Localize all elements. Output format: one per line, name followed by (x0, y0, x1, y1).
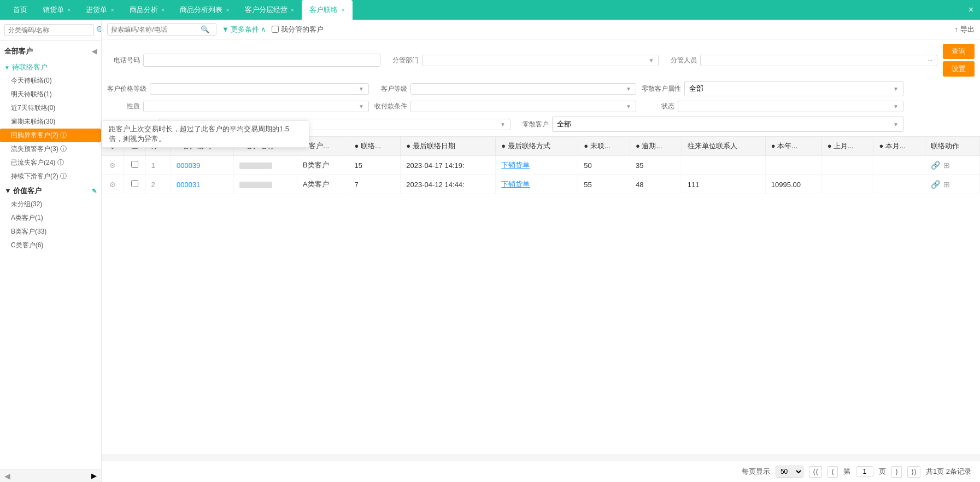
payment-terms-label: 收付款条件 (374, 102, 407, 111)
branch-person-select[interactable]: ··· (700, 55, 937, 66)
col-last-method-header[interactable]: ● 最后联络方式 (496, 137, 578, 156)
page-input[interactable] (856, 466, 873, 477)
col-overdue-header[interactable]: ● 逾期... (630, 137, 682, 156)
payment-terms-select[interactable]: ▼ (410, 101, 636, 112)
sidebar-item-today-contact[interactable]: 今天待联络(0) (0, 74, 101, 88)
customer-level-select[interactable]: ▼ (410, 83, 636, 95)
horizontal-scrollbar[interactable] (102, 454, 980, 461)
col-last-month-header[interactable]: ● 上月... (821, 137, 873, 156)
query-button[interactable]: 查询 (943, 44, 975, 59)
per-page-select[interactable]: 50 100 200 (776, 466, 803, 478)
col-this-year-header[interactable]: ● 本年... (765, 137, 821, 156)
retail-attr-label: 零散客户属性 (642, 84, 681, 94)
sidebar-bottom-right-icon[interactable]: ▶ (91, 472, 97, 480)
close-icon[interactable]: × (291, 7, 294, 13)
row-checkbox[interactable] (131, 161, 138, 168)
page-suffix-label: 页 (879, 467, 886, 477)
main-layout: 🔍 全部客户 ◀ ▼ 待联络客户 今天待联络(0) 明天待联络(1) 近7天待联… (0, 20, 980, 482)
more-conditions-toggle[interactable]: ▼ 更多条件 ∧ (222, 25, 266, 34)
nav-customer-segmentation[interactable]: 客户分层经营 × (237, 0, 302, 20)
close-icon[interactable]: × (67, 7, 71, 13)
link-icon[interactable]: 🔗 (931, 161, 940, 170)
sidebar-item-week-contact[interactable]: 近7天待联络(0) (0, 101, 101, 115)
sidebar-item-b-customers[interactable]: B类客户(33) (0, 225, 101, 239)
retail-attr-select[interactable]: 全部 ▼ (684, 81, 903, 96)
sidebar-bottom-icon[interactable]: ◀ (4, 472, 10, 480)
my-customers-check[interactable] (272, 26, 279, 33)
close-icon[interactable]: × (341, 7, 344, 13)
gear-cell[interactable]: ⚙ (102, 156, 124, 175)
sidebar-item-lost-customers[interactable]: 已流失客户(24) ⓘ (0, 156, 101, 170)
nav-product-analysis[interactable]: 商品分析 × (122, 0, 172, 20)
next-page-button[interactable]: ⟩ (891, 466, 902, 478)
sidebar-item-declining[interactable]: 持续下滑客户(2) ⓘ (0, 170, 101, 183)
sidebar-item-a-customers[interactable]: A类客户(1) (0, 211, 101, 225)
chevron-down-icon: ··· (928, 57, 932, 63)
tree-root-all-customers[interactable]: 全部客户 ◀ (0, 43, 101, 60)
total-label: 共1页 2条记录 (926, 467, 971, 477)
col-contacts-header[interactable]: 往来单位联系人 (682, 137, 765, 156)
tree-root-label: 全部客户 (4, 47, 33, 56)
price-level-label: 客户价格等级 (107, 84, 146, 94)
grid-icon[interactable]: ⊞ (943, 180, 950, 189)
filter-row-3: 性质 ▼ 收付款条件 ▼ 状态 (107, 101, 975, 112)
phone-input[interactable] (143, 54, 380, 67)
col-contact-count-header[interactable]: ● 联络... (349, 137, 401, 156)
window-close-icon[interactable]: × (969, 5, 973, 15)
code-cell[interactable]: 000039 (171, 156, 233, 175)
close-icon[interactable]: × (226, 7, 229, 13)
sidebar-item-repurchase-abnormal[interactable]: 回购异常客户(2) ⓘ (0, 129, 101, 142)
sidebar-section-pending-contact[interactable]: ▼ 待联络客户 (0, 60, 101, 74)
retail-customer-select[interactable]: 全部 ▼ (552, 117, 903, 132)
last-page-button[interactable]: ⟩⟩ (907, 466, 920, 478)
status-select[interactable]: ▼ (678, 101, 903, 112)
link-icon[interactable]: 🔗 (931, 180, 940, 189)
code-cell[interactable]: 000031 (171, 175, 233, 194)
sidebar-item-ungrouped[interactable]: 未分组(32) (0, 198, 101, 211)
prev-page-button[interactable]: ⟨ (828, 466, 838, 478)
edit-icon[interactable]: ✎ (92, 188, 97, 195)
sidebar-item-c-customers[interactable]: C类客户(6) (0, 239, 101, 252)
nav-product-analysis-list[interactable]: 商品分析列表 × (172, 0, 237, 20)
gear-cell[interactable]: ⚙ (102, 175, 124, 194)
checkbox-cell[interactable] (124, 156, 145, 175)
col-uncontact-header[interactable]: ● 未联... (578, 137, 630, 156)
section-label: ▼ 价值客户 (4, 186, 42, 196)
settings-button[interactable]: 设置 (943, 61, 975, 77)
close-icon[interactable]: × (110, 7, 114, 13)
sidebar-search-input[interactable] (4, 24, 94, 36)
first-page-button[interactable]: ⟨⟨ (809, 466, 822, 478)
col-last-date-header[interactable]: ● 最后联络日期 (401, 137, 496, 156)
overdue-cell: 48 (630, 175, 682, 194)
nav-home[interactable]: 首页 (5, 0, 35, 20)
col-this-month-header[interactable]: ● 本月... (873, 137, 925, 156)
contact-count-cell: 15 (349, 156, 401, 175)
chevron-down-icon: ▼ (626, 86, 631, 92)
nav-sales-order[interactable]: 销货单 × (35, 0, 78, 20)
export-button[interactable]: ↑ 导出 (955, 25, 975, 34)
branch-dept-select[interactable]: ▼ (422, 55, 659, 66)
retail-customer-label: 零散客户 (516, 120, 549, 129)
sidebar-item-tomorrow-contact[interactable]: 明天待联络(1) (0, 88, 101, 101)
sidebar-item-overdue-contact[interactable]: 逾期未联络(30) (0, 115, 101, 129)
search-icon[interactable]: 🔍 (201, 25, 209, 33)
sidebar-item-loss-warning[interactable]: 流失预警客户(3) ⓘ (0, 142, 101, 156)
grid-icon[interactable]: ⊞ (943, 161, 950, 170)
this-year-cell: 10995.00 (765, 175, 821, 194)
action-buttons: 查询 设置 (943, 44, 975, 77)
close-icon[interactable]: × (161, 7, 165, 13)
filter-customer-level: 客户等级 ▼ (374, 83, 636, 95)
customer-level-label: 客户等级 (374, 84, 407, 94)
my-customers-checkbox[interactable]: 我分管的客户 (272, 25, 324, 34)
row-checkbox[interactable] (131, 180, 138, 187)
last-contact-method-cell[interactable]: 下销货单 (496, 156, 578, 175)
search-icon[interactable]: 🔍 (96, 26, 102, 34)
top-navigation: 首页 销货单 × 进货单 × 商品分析 × 商品分析列表 × 客户分层经营 × … (0, 0, 980, 20)
search-input[interactable] (111, 26, 198, 33)
nav-customer-contact[interactable]: 客户联络 × (302, 0, 352, 20)
last-contact-method-cell[interactable]: 下销货单 (496, 175, 578, 194)
nav-purchase-order[interactable]: 进货单 × (78, 0, 121, 20)
checkbox-cell[interactable] (124, 175, 145, 194)
gender-select[interactable]: ▼ (143, 101, 369, 112)
price-level-select[interactable]: ▼ (150, 83, 369, 95)
